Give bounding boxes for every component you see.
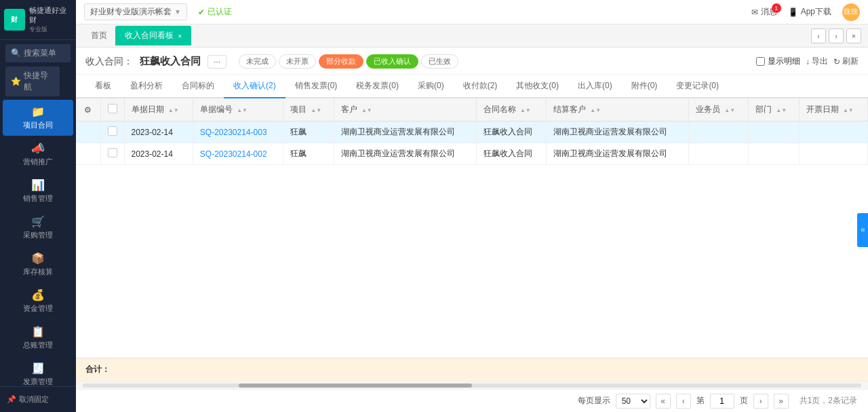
tab-attachment[interactable]: 附件(0)	[622, 75, 667, 98]
topbar: 好业财专业版演示帐套 ▼ ✔ 已认证 ✉ 1 消息 📱 App下载 珠珠	[76, 0, 868, 24]
user-avatar[interactable]: 珠珠	[842, 3, 860, 21]
sort-customer-icon[interactable]: ▲▼	[361, 107, 372, 113]
col-checkbox-header[interactable]	[100, 98, 124, 121]
row-date: 2023-02-14	[124, 143, 193, 165]
table-row[interactable]: 2023-02-14 SQ-20230214-003 狂飙 湖南卫视商业运营发展…	[76, 121, 868, 143]
tab-next-button[interactable]: ›	[829, 29, 844, 43]
show-detail-checkbox-label[interactable]: 显示明细	[756, 56, 800, 67]
col-number-header[interactable]: 单据编号 ▲▼	[193, 98, 283, 121]
row-number[interactable]: SQ-20230214-003	[193, 121, 283, 143]
sort-contract-icon[interactable]: ▲▼	[520, 107, 531, 113]
sidebar-item-funds[interactable]: 💰 资金管理	[3, 283, 73, 319]
col-date-header[interactable]: 单据日期 ▲▼	[124, 98, 193, 121]
invoice-icon: 🧾	[31, 362, 45, 375]
sidebar-item-project[interactable]: 📁 项目合同	[3, 100, 73, 136]
sort-dept-icon[interactable]: ▲▼	[776, 107, 787, 113]
sidebar-item-label-sales: 销售管理	[23, 193, 53, 204]
sidebar-item-marketing[interactable]: 📣 营销推广	[3, 136, 73, 172]
col-project-header[interactable]: 项目 ▲▼	[283, 98, 334, 121]
row-department	[748, 121, 799, 143]
col-contract-header[interactable]: 合同名称 ▲▼	[476, 98, 546, 121]
row-settings-cell	[76, 143, 100, 165]
col-settings-header[interactable]: ⚙	[76, 98, 100, 121]
doc-number-link[interactable]: SQ-20230214-003	[200, 128, 267, 137]
tab-prev-button[interactable]: ‹	[811, 29, 826, 43]
quick-nav-button[interactable]: ⭐ 快捷导航	[5, 67, 60, 96]
table-row[interactable]: 2023-02-14 SQ-20230214-002 狂飙 湖南卫视商业运营发展…	[76, 143, 868, 165]
tab-warehouse[interactable]: 出入库(0)	[568, 75, 622, 98]
scrollbar-thumb[interactable]	[239, 383, 472, 388]
header-checkbox[interactable]	[108, 104, 117, 113]
sort-billing-icon[interactable]: ▲▼	[590, 107, 601, 113]
unpin-button[interactable]: 📌 取消固定	[4, 391, 72, 408]
tab-purchase[interactable]: 采购(0)	[408, 75, 454, 98]
col-customer-header[interactable]: 客户 ▲▼	[334, 98, 476, 121]
show-detail-label: 显示明细	[768, 56, 800, 67]
row-checkbox-cell[interactable]	[100, 121, 124, 143]
status-effective[interactable]: 已生效	[421, 54, 458, 69]
sidebar-item-purchase[interactable]: 🛒 采购管理	[3, 210, 73, 246]
show-detail-checkbox[interactable]	[756, 57, 765, 66]
last-page-button[interactable]: »	[774, 394, 789, 409]
tab-close-button[interactable]: ×	[846, 29, 861, 43]
sidebar-item-label-ledger: 总账管理	[23, 340, 53, 350]
side-panel-toggle[interactable]: ≡	[857, 213, 868, 247]
more-button[interactable]: ···	[208, 55, 226, 69]
status-confirmed[interactable]: 已收入确认	[366, 54, 418, 69]
tab-change-log[interactable]: 变更记录(0)	[667, 75, 728, 98]
next-page-button[interactable]: ›	[753, 394, 768, 409]
col-open-date-header[interactable]: 开票日期 ▲▼	[799, 98, 867, 121]
row-project: 狂飙	[283, 143, 334, 165]
col-department-header[interactable]: 部门 ▲▼	[748, 98, 799, 121]
horizontal-scrollbar[interactable]	[76, 381, 868, 389]
row-checkbox[interactable]	[108, 148, 117, 157]
status-uninvoiced[interactable]: 未开票	[279, 54, 316, 69]
data-table: ⚙ 单据日期 ▲▼ 单据编号 ▲▼ 项目	[76, 98, 868, 165]
row-checkbox[interactable]	[108, 126, 117, 136]
row-checkbox-cell[interactable]	[100, 143, 124, 165]
first-page-button[interactable]: «	[656, 394, 671, 409]
tab-subject[interactable]: 合同标的	[172, 75, 224, 98]
chevron-down-icon: ▼	[174, 8, 181, 16]
sort-open-date-icon[interactable]: ▲▼	[843, 107, 854, 113]
refresh-button[interactable]: ↻ 刷新	[833, 56, 859, 67]
sort-project-icon[interactable]: ▲▼	[311, 107, 321, 113]
tab-tax-invoice[interactable]: 税务发票(0)	[347, 75, 408, 98]
doc-number-link[interactable]: SQ-20230214-002	[200, 149, 267, 159]
page-input[interactable]	[710, 394, 734, 409]
app-name: 畅捷通好业财	[29, 5, 72, 25]
sort-salesman-icon[interactable]: ▲▼	[724, 107, 735, 113]
sidebar-item-ledger[interactable]: 📋 总账管理	[3, 320, 73, 356]
sidebar-item-sales[interactable]: 📊 销售管理	[3, 173, 73, 209]
purchase-icon: 🛒	[31, 215, 45, 228]
sidebar-item-invoice[interactable]: 🧾 发票管理	[3, 356, 73, 386]
contract-dashboard-tab[interactable]: 收入合同看板 ×	[115, 26, 191, 45]
tab-profit[interactable]: 盈利分析	[121, 75, 172, 98]
sort-date-icon[interactable]: ▲▼	[168, 107, 179, 113]
tab-payment[interactable]: 收付款(2)	[454, 75, 507, 98]
status-partial-receipt[interactable]: 部分收款	[319, 54, 363, 69]
prev-page-button[interactable]: ‹	[676, 394, 691, 409]
table-area: ⚙ 单据日期 ▲▼ 单据编号 ▲▼ 项目	[76, 98, 868, 358]
company-selector[interactable]: 好业财专业版演示帐套 ▼	[84, 3, 187, 20]
tab-close-icon[interactable]: ×	[178, 32, 182, 40]
message-action[interactable]: ✉ 1 消息	[751, 6, 777, 18]
sidebar-item-inventory[interactable]: 📦 库存核算	[3, 246, 73, 282]
tab-sales-invoice[interactable]: 销售发票(0)	[285, 75, 347, 98]
tab-revenue-confirm[interactable]: 收入确认(2)	[224, 75, 285, 98]
col-billing-customer-header[interactable]: 结算客户 ▲▼	[546, 98, 688, 121]
total-row: 合计：	[76, 358, 868, 381]
main-area: 好业财专业版演示帐套 ▼ ✔ 已认证 ✉ 1 消息 📱 App下载 珠珠 首页	[76, 0, 868, 412]
tab-other-income[interactable]: 其他收支(0)	[507, 75, 568, 98]
status-incomplete[interactable]: 未完成	[239, 54, 276, 69]
row-number[interactable]: SQ-20230214-002	[193, 143, 283, 165]
sort-number-icon[interactable]: ▲▼	[237, 107, 248, 113]
search-menu-button[interactable]: 🔍 搜索菜单	[5, 44, 71, 62]
company-name: 好业财专业版演示帐套	[90, 6, 172, 18]
home-tab[interactable]: 首页	[83, 26, 115, 45]
tab-kanban[interactable]: 看板	[85, 75, 121, 98]
page-size-select[interactable]: 50 20 100	[616, 394, 650, 409]
app-download-action[interactable]: 📱 App下载	[788, 6, 831, 18]
export-button[interactable]: ↓ 导出	[806, 56, 828, 67]
col-salesman-header[interactable]: 业务员 ▲▼	[688, 98, 748, 121]
